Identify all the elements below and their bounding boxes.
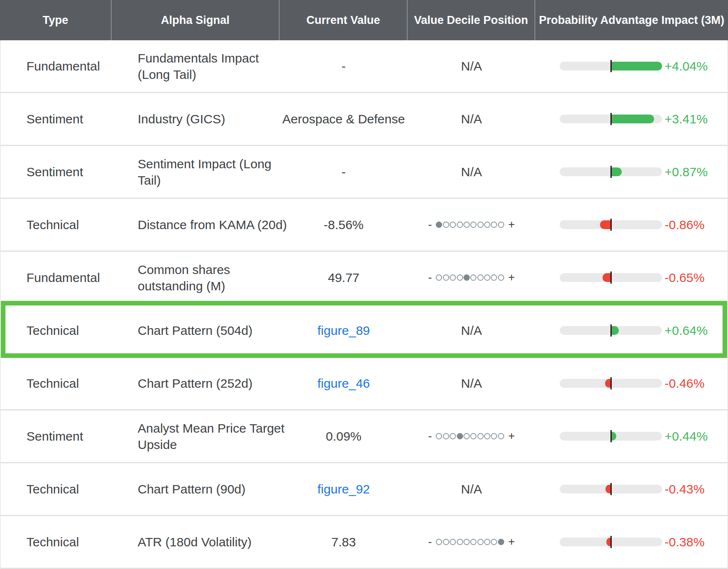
decile-dot-filled	[498, 539, 504, 545]
decile-dot	[484, 433, 490, 439]
decile-na-text: N/A	[461, 376, 482, 391]
type-cell: Sentiment	[1, 410, 112, 462]
impact-bar-positive-fill	[611, 115, 654, 123]
type-cell: Technical	[1, 463, 112, 515]
impact-bar-track	[560, 538, 662, 546]
impact-bar-track	[560, 220, 662, 229]
decile-dot	[470, 222, 477, 228]
impact-bar-center-tick	[610, 166, 612, 178]
alpha-signal-cell: Chart Pattern (504d)	[112, 305, 280, 356]
current-value-cell: 0.09%	[280, 410, 408, 462]
table-row: TechnicalATR (180d Volatility)7.83-+-0.3…	[0, 516, 728, 569]
table-row: TechnicalChart Pattern (504d)figure_89N/…	[0, 305, 728, 358]
impact-value-text: -0.38%	[665, 535, 704, 549]
column-header-value-decile-position: Value Decile Position	[407, 0, 534, 40]
impact-bar-positive-fill	[611, 167, 622, 176]
impact-bar-center-tick	[610, 219, 612, 231]
decile-dot	[450, 433, 456, 439]
decile-dot	[498, 274, 504, 281]
table-row: FundamentalFundamentals Impact (Long Tai…	[0, 40, 728, 93]
alpha-signal-cell: Industry (GICS)	[112, 93, 280, 145]
column-header-probability-advantage-impact: Probability Advantage Impact (3M)	[534, 0, 728, 40]
decile-indicator: -+	[428, 430, 515, 443]
impact-bar-center-tick	[610, 113, 612, 125]
current-value-cell: figure_46	[280, 358, 408, 409]
decile-plus-label: +	[508, 271, 515, 284]
type-cell: Technical	[1, 199, 112, 251]
impact-bar-positive-fill	[611, 326, 619, 335]
alpha-signal-label: Industry (GICS)	[138, 111, 289, 127]
decile-minus-label: -	[428, 218, 432, 231]
alpha-signal-label: Analyst Mean Price Target Upside	[138, 420, 289, 453]
impact-bar-track	[560, 167, 662, 176]
decile-plus-label: +	[508, 218, 515, 231]
figure-link[interactable]: figure_46	[317, 376, 370, 391]
impact-bar-center-tick	[610, 377, 612, 389]
impact-bar-positive-fill	[611, 62, 662, 70]
impact-bar-center-tick	[610, 536, 612, 548]
decile-na-text: N/A	[461, 165, 482, 179]
impact-bar-track	[560, 273, 662, 282]
decile-dot	[450, 222, 456, 228]
value-decile-cell: N/A	[408, 358, 535, 409]
figure-link[interactable]: figure_89	[317, 324, 370, 338]
current-value-cell: figure_89	[280, 305, 408, 356]
impact-bar-positive-fill	[611, 432, 616, 441]
alpha-signal-label: Fundamentals Impact (Long Tail)	[138, 50, 289, 83]
figure-link[interactable]: figure_92	[317, 482, 370, 496]
table-header: Type Alpha Signal Current Value Value De…	[0, 0, 728, 40]
type-cell: Technical	[1, 358, 112, 409]
decile-dot	[436, 433, 442, 439]
decile-minus-label: -	[428, 535, 432, 548]
impact-bar-track	[560, 115, 662, 123]
current-value-cell: Aerospace & Defense	[280, 93, 408, 145]
value-decile-cell: -+	[408, 199, 535, 251]
type-cell: Fundamental	[1, 252, 112, 303]
decile-dot	[443, 222, 449, 228]
value-decile-cell: N/A	[408, 93, 535, 145]
current-value-text: 49.77	[328, 271, 359, 285]
decile-dot	[484, 222, 490, 228]
decile-na-text: N/A	[461, 482, 482, 496]
alpha-signals-table: Type Alpha Signal Current Value Value De…	[0, 0, 728, 569]
impact-value-text: +0.87%	[665, 165, 708, 179]
decile-na-text: N/A	[461, 324, 482, 338]
impact-bar-negative-fill	[600, 220, 611, 229]
impact-bar-track	[560, 62, 662, 70]
impact-cell: +0.44%	[535, 410, 727, 462]
impact-cell: -0.38%	[535, 516, 727, 568]
current-value-cell: 49.77	[280, 252, 408, 303]
alpha-signal-label: Chart Pattern (504d)	[138, 322, 289, 339]
table-row: SentimentAnalyst Mean Price Target Upsid…	[0, 410, 728, 463]
decile-dot	[498, 222, 504, 228]
decile-dot	[470, 274, 477, 281]
alpha-signal-label: Distance from KAMA (20d)	[138, 217, 289, 233]
impact-bar-center-tick	[610, 483, 612, 495]
decile-dot	[491, 539, 497, 545]
table-row: TechnicalChart Pattern (90d)figure_92N/A…	[0, 463, 728, 516]
column-header-type: Type	[0, 0, 111, 40]
decile-dot	[450, 274, 456, 281]
alpha-signal-cell: Analyst Mean Price Target Upside	[112, 410, 280, 462]
alpha-signal-cell: ATR (180d Volatility)	[112, 516, 280, 568]
decile-dot	[477, 274, 484, 281]
decile-dot-filled	[457, 433, 463, 439]
table-row: FundamentalCommon shares outstanding (M)…	[0, 252, 728, 305]
current-value-text: Aerospace & Defense	[283, 112, 405, 126]
impact-cell: -0.65%	[535, 252, 727, 303]
alpha-signal-label: Chart Pattern (252d)	[138, 375, 289, 392]
alpha-signal-cell: Chart Pattern (90d)	[112, 463, 280, 515]
decile-dot	[443, 539, 449, 545]
decile-dot	[484, 274, 490, 281]
table-row: SentimentSentiment Impact (Long Tail)-N/…	[0, 146, 728, 199]
decile-dot	[491, 222, 497, 228]
value-decile-cell: N/A	[408, 305, 535, 356]
type-cell: Sentiment	[1, 93, 112, 145]
current-value-cell: 7.83	[280, 516, 408, 568]
column-header-current-value: Current Value	[279, 0, 407, 40]
value-decile-cell: -+	[408, 516, 535, 568]
decile-dot	[464, 539, 470, 545]
decile-dot	[470, 433, 477, 439]
alpha-signal-label: Common shares outstanding (M)	[138, 261, 289, 294]
decile-dot	[491, 433, 497, 439]
